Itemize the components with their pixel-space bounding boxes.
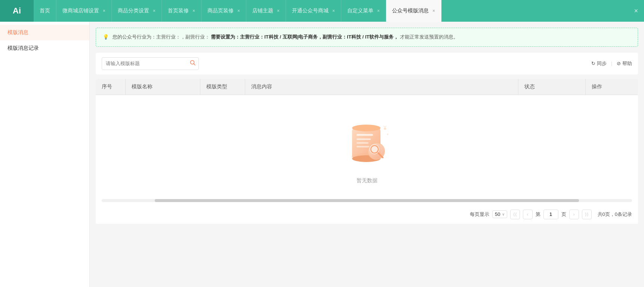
- svg-line-16: [383, 126, 385, 127]
- page-size-label: 每页显示: [470, 211, 489, 218]
- help-icon: ⊘: [617, 61, 621, 66]
- action-divider: |: [611, 61, 612, 66]
- nav-tab-label: 开通公众号商城: [292, 7, 329, 14]
- nav-tab-store-theme[interactable]: 店铺主题×: [246, 0, 286, 22]
- svg-rect-9: [357, 146, 370, 147]
- table-header: 序号模版名称模版类型消息内容状态操作: [96, 79, 638, 95]
- nav-tab-product-decoration[interactable]: 商品页装修×: [201, 0, 246, 22]
- nav-tab-store-settings[interactable]: 微商城店铺设置×: [56, 0, 112, 22]
- empty-state: 暂无数据: [96, 95, 638, 199]
- sidebar: 模版消息模版消息记录: [0, 22, 90, 287]
- lightbulb-icon: 💡: [103, 33, 109, 41]
- svg-line-17: [385, 126, 386, 127]
- table-column-content: 消息内容: [245, 79, 518, 95]
- chevron-down-icon: ∨: [502, 212, 505, 216]
- scroll-thumb[interactable]: [155, 199, 579, 202]
- search-bar: ↻ 同步 | ⊘ 帮助: [96, 53, 638, 74]
- sidebar-item-template-message-record[interactable]: 模版消息记录: [0, 40, 89, 56]
- table-column-index: 序号: [96, 79, 126, 95]
- page-suffix-label: 页: [561, 211, 566, 218]
- search-input[interactable]: [102, 57, 199, 70]
- empty-text: 暂无数据: [357, 177, 378, 184]
- search-left: [102, 57, 199, 70]
- notice-suffix: 才能正常发送预置的消息。: [400, 34, 458, 40]
- table-column-name: 模版名称: [126, 79, 200, 95]
- nav-tab-label: 商品页装修: [207, 7, 234, 14]
- page-prefix-label: 第: [536, 211, 540, 218]
- pagination: 每页显示 50 ∨ ⟨⟨ ‹ 第 页 › ⟩⟩ 共0页，0条记录: [96, 205, 638, 224]
- tab-close-icon[interactable]: ×: [153, 8, 155, 13]
- current-page-input[interactable]: [543, 210, 558, 219]
- tab-close-icon[interactable]: ×: [103, 8, 105, 13]
- main-content: 💡 您的公众号行业为：主营行业：，副营行业： 需要设置为：主营行业：IT科技 /…: [90, 22, 644, 287]
- empty-illustration: [341, 117, 393, 170]
- tab-close-icon[interactable]: ×: [192, 8, 195, 13]
- horizontal-scrollbar[interactable]: [102, 199, 632, 202]
- table-column-type: 模版类型: [200, 79, 245, 95]
- prev-page-button[interactable]: ‹: [523, 210, 533, 219]
- last-page-button[interactable]: ⟩⟩: [582, 210, 592, 219]
- nav-tab-custom-menu[interactable]: 自定义菜单×: [341, 0, 386, 22]
- search-actions: ↻ 同步 | ⊘ 帮助: [591, 60, 632, 67]
- tab-close-icon[interactable]: ×: [277, 8, 280, 13]
- page-size-select[interactable]: 50 ∨: [492, 210, 507, 218]
- svg-rect-8: [357, 142, 369, 144]
- svg-rect-7: [357, 138, 371, 140]
- table-container: 序号模版名称模版类型消息内容状态操作: [96, 79, 638, 224]
- sync-label: 同步: [597, 60, 607, 67]
- notice-highlight: 需要设置为：主营行业：IT科技 / 互联网|电子商务，副营行业：IT科技 / I…: [211, 34, 398, 40]
- sidebar-item-template-message[interactable]: 模版消息: [0, 25, 89, 40]
- close-all-tabs-button[interactable]: ×: [634, 7, 638, 15]
- notice-prefix: 您的公众号行业为：主营行业：，副营行业：: [113, 34, 210, 40]
- nav-tab-label: 商品分类设置: [118, 7, 149, 14]
- nav-tabs: 首页微商城店铺设置×商品分类设置×首页装修×商品页装修×店铺主题×开通公众号商城…: [34, 0, 634, 22]
- nav-tab-label: 首页装修: [168, 7, 189, 14]
- svg-point-4: [352, 125, 380, 131]
- search-input-wrap: [102, 57, 199, 70]
- nav-tab-label: 微商城店铺设置: [62, 7, 99, 14]
- svg-line-1: [194, 64, 195, 65]
- nav-tab-home[interactable]: 首页: [34, 0, 56, 22]
- next-page-button[interactable]: ›: [569, 210, 579, 219]
- help-label: 帮助: [622, 60, 632, 67]
- help-button[interactable]: ⊘ 帮助: [617, 60, 632, 67]
- nav-tab-label: 店铺主题: [252, 7, 273, 14]
- total-info: 共0页，0条记录: [598, 211, 632, 218]
- nav-tab-label: 自定义菜单: [347, 7, 373, 14]
- nav-tab-homepage-decoration[interactable]: 首页装修×: [162, 0, 201, 22]
- sync-button[interactable]: ↻ 同步: [591, 60, 607, 67]
- tab-close-icon[interactable]: ×: [332, 8, 335, 13]
- tab-close-icon[interactable]: ×: [432, 8, 435, 13]
- nav-tab-label: 首页: [40, 7, 50, 14]
- tab-close-icon[interactable]: ×: [237, 8, 240, 13]
- svg-point-14: [384, 128, 386, 130]
- nav-tab-template-message[interactable]: 公众号模版消息×: [386, 0, 441, 22]
- search-button[interactable]: [190, 60, 196, 67]
- notice-banner: 💡 您的公众号行业为：主营行业：，副营行业： 需要设置为：主营行业：IT科技 /…: [96, 28, 638, 47]
- svg-rect-6: [357, 134, 373, 136]
- top-nav-bar: Ai 首页微商城店铺设置×商品分类设置×首页装修×商品页装修×店铺主题×开通公众…: [0, 0, 644, 22]
- main-layout: 模版消息模版消息记录 💡 您的公众号行业为：主营行业：，副营行业： 需要设置为：…: [0, 22, 644, 287]
- sync-icon: ↻: [591, 61, 595, 66]
- nav-tab-category-settings[interactable]: 商品分类设置×: [112, 0, 162, 22]
- first-page-button[interactable]: ⟨⟨: [510, 210, 520, 219]
- app-logo: Ai: [0, 0, 34, 22]
- nav-tab-open-mall[interactable]: 开通公众号商城×: [286, 0, 341, 22]
- nav-tab-label: 公众号模版消息: [392, 7, 429, 14]
- page-size-value: 50: [495, 211, 500, 217]
- tab-close-icon[interactable]: ×: [377, 8, 380, 13]
- svg-point-15: [387, 134, 388, 135]
- table-column-status: 状态: [518, 79, 586, 95]
- table-column-action: 操作: [586, 79, 638, 95]
